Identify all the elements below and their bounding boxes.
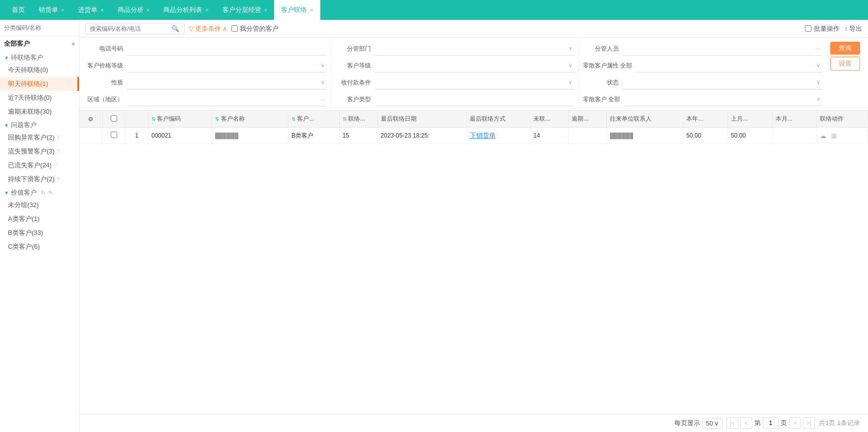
filter-select-status[interactable]: ∨ [623, 75, 822, 89]
help-icon-lost[interactable]: ? [54, 162, 57, 168]
close-customer-contact-icon[interactable]: × [310, 7, 313, 13]
sidebar-item-warning[interactable]: 流失预警客户(3) ? [0, 144, 79, 158]
query-button[interactable]: 查询 [830, 42, 860, 55]
row-checkbox[interactable] [111, 132, 117, 138]
sidebar-item-classC[interactable]: C类客户(6) [0, 240, 79, 254]
filter-select-customer-type[interactable] [375, 92, 575, 106]
ellipsis-region: ··· [320, 96, 325, 102]
filter-select-retail-attr[interactable]: ∨ [636, 59, 822, 72]
filter-input-phone[interactable] [127, 42, 327, 56]
export-button[interactable]: ↑ 导出 [845, 24, 863, 33]
th-last-contact-method: 最后联络方式 [467, 111, 530, 128]
nav-product-analysis[interactable]: 商品分析 × [111, 0, 156, 20]
sidebar-item-lost[interactable]: 已流失客户(24) ? [0, 158, 79, 172]
sidebar-item-overdue[interactable]: 逾期未联络(30) [0, 105, 79, 119]
filter-select-dept[interactable]: ∨ [375, 42, 575, 56]
sidebar-item-tomorrow[interactable]: 明天待联络(1) [0, 77, 79, 91]
nav-purchase-order[interactable]: 进货单 × [71, 0, 110, 20]
filter-select-customer-level[interactable]: ∨ [375, 59, 575, 72]
td-last-contact-method[interactable]: 下销货单 [467, 128, 530, 144]
filter-field-customer-level: 客户等级 ∨ [335, 59, 575, 72]
my-customer-checkbox[interactable] [231, 25, 238, 32]
filter-label-retail-attr: 零散客户属性 全部 [583, 62, 636, 70]
th-gear[interactable]: ⚙ [79, 111, 102, 128]
close-sales-order-icon[interactable]: × [61, 7, 64, 13]
sidebar-item-classB[interactable]: B类客户(33) [0, 226, 79, 240]
sidebar-search-box[interactable]: 🔍 [0, 20, 79, 36]
th-last-contact-date: 最后联络日期 [377, 111, 467, 128]
last-contact-method-link[interactable]: 下销货单 [470, 132, 496, 139]
value-edit-icon[interactable]: ✎ [48, 190, 53, 196]
prev-page-button[interactable]: < [740, 417, 752, 429]
nav-customer-contact[interactable]: 客户联络 × [274, 0, 320, 20]
td-customer-code: 000021 [148, 128, 212, 144]
action-icon-2[interactable]: ⊞ [831, 132, 837, 140]
sidebar-item-week7[interactable]: 近7天待联络(0) [0, 91, 79, 105]
sidebar-item-repurchase[interactable]: 回购异常客户(2) ? [0, 131, 79, 144]
th-customer-name[interactable]: ⇅ 客户名称 [212, 111, 289, 128]
nav-sales-order[interactable]: 销货单 × [32, 0, 71, 20]
divider-1 [331, 42, 331, 56]
filter-select-region[interactable]: ··· [127, 92, 327, 106]
th-customer-code[interactable]: ⇅ 客户编码 [148, 111, 212, 128]
search-icon[interactable]: 🔍 [171, 25, 179, 32]
chevron-down-icon-level: ∨ [569, 62, 573, 69]
sidebar-item-declining[interactable]: 持续下滑客户(2) ? [0, 172, 79, 186]
chevron-down-icon-nature: ∨ [321, 79, 325, 85]
sidebar-all-customers[interactable]: 全部客户 « [0, 36, 79, 51]
sort-icon-code: ⇅ [151, 116, 155, 122]
close-customer-stratification-icon[interactable]: × [264, 7, 267, 13]
my-customer-checkbox-label[interactable]: 我分管的客户 [231, 24, 279, 33]
chevron-down-icon-rc: ∨ [816, 96, 820, 102]
search-input[interactable] [90, 25, 169, 32]
filter-select-nature[interactable]: ∨ [127, 75, 327, 89]
filter-select-payment[interactable]: ∨ [375, 75, 575, 89]
search-box[interactable]: 🔍 [85, 23, 185, 34]
td-check[interactable] [102, 128, 125, 144]
batch-op-checkbox[interactable] [805, 25, 811, 32]
nav-product-analysis-list[interactable]: 商品分析列表 × [156, 0, 215, 20]
pagination: |< < 第 页 > >| [726, 417, 815, 429]
sidebar-item-today[interactable]: 今天待联络(0) [0, 63, 79, 77]
sidebar: 🔍 全部客户 « ▼ 待联络客户 今天待联络(0) 明天待联络(1) 近7天待联… [0, 20, 79, 432]
chevron-down-icon-price: ∨ [321, 62, 325, 69]
help-icon-warning[interactable]: ? [57, 148, 60, 154]
filter-icon: ▽ [189, 25, 194, 32]
nav-customer-stratification[interactable]: 客户分层经营 × [216, 0, 274, 20]
close-product-analysis-icon[interactable]: × [146, 7, 149, 13]
td-overdue [569, 128, 607, 144]
page-number-input[interactable] [763, 417, 779, 429]
first-page-button[interactable]: |< [726, 417, 738, 429]
help-icon-declining[interactable]: ? [57, 176, 60, 182]
close-purchase-order-icon[interactable]: × [100, 7, 103, 13]
divider-4 [579, 59, 579, 72]
td-customer-name: ██████ [212, 128, 289, 144]
toolbar: 🔍 ▽ 更多条件 ∧ 我分管的客户 批量操作 ↑ 导出 [79, 20, 868, 38]
sidebar-item-ungrouped[interactable]: 未分组(32) [0, 198, 79, 212]
td-action[interactable]: ☁ ⊞ [817, 128, 868, 144]
sidebar-search-input[interactable] [4, 24, 78, 31]
filter-select-retail-customer[interactable]: ∨ [624, 92, 822, 106]
filter-select-price-level[interactable]: ∨ [127, 59, 327, 72]
th-check[interactable] [102, 111, 125, 128]
next-page-button[interactable]: > [789, 417, 801, 429]
value-refresh-icon[interactable]: ↻ [41, 190, 45, 196]
th-contact[interactable]: ⇅ 联络... [339, 111, 377, 128]
close-product-analysis-list-icon[interactable]: × [205, 7, 208, 13]
filter-more-button[interactable]: ▽ 更多条件 ∧ [189, 24, 227, 33]
sidebar-item-classA[interactable]: A类客户(1) [0, 212, 79, 226]
select-all-checkbox[interactable] [111, 115, 117, 122]
nav-home[interactable]: 首页 [5, 0, 32, 20]
filter-label-status: 状态 [583, 78, 623, 87]
action-icon-1[interactable]: ☁ [820, 132, 826, 140]
batch-op-button[interactable]: 批量操作 [805, 24, 840, 33]
filter-select-person[interactable]: ··· [623, 42, 822, 56]
help-icon-repurchase[interactable]: ? [57, 135, 60, 141]
th-customer-type[interactable]: ⇅ 客户... [289, 111, 340, 128]
setting-button[interactable]: 设置 [830, 57, 860, 71]
sidebar-group-pending: ▼ 待联络客户 [0, 51, 79, 63]
page-size-box[interactable]: 50 ∨ [702, 418, 722, 429]
filter-field-price-level: 客户价格等级 ∨ [87, 59, 327, 72]
last-page-button[interactable]: >| [803, 417, 815, 429]
filter-label-dept: 分管部门 [335, 45, 375, 53]
